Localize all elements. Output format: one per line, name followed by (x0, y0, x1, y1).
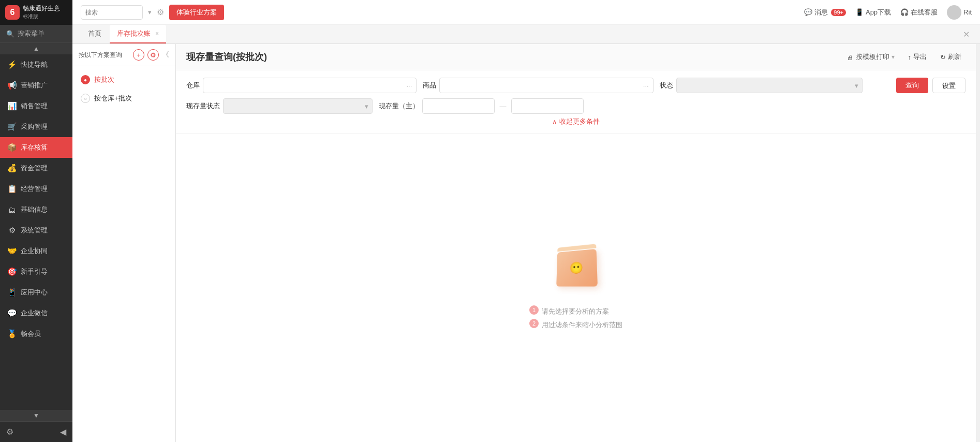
warehouse-input[interactable] (203, 82, 402, 90)
tab-inventory-batch-label: 库存批次账 (117, 29, 151, 38)
print-btn[interactable]: 🖨 按模板打印 ▾ (843, 50, 899, 64)
scheme-label-warehouse-batch: 按仓库+批次 (94, 94, 132, 103)
finance-icon: 💰 (7, 164, 17, 173)
username-label: Rit (963, 8, 972, 16)
user-avatar-btn[interactable]: Rit (947, 5, 972, 20)
scheme-item-warehouse-batch[interactable]: ○ 按仓库+批次 (72, 89, 175, 108)
sidebar-scroll-down[interactable]: ▼ (0, 410, 72, 421)
topbar-search-input[interactable] (81, 5, 143, 20)
topbar-dropdown-icon[interactable]: ▾ (148, 8, 152, 16)
export-btn-label: 导出 (913, 52, 927, 62)
refresh-btn[interactable]: ↻ 刷新 (936, 50, 966, 64)
search-menu[interactable]: 🔍 搜索菜单 (0, 25, 72, 43)
system-icon: ⚙ (7, 226, 17, 235)
topbar-right: 💬 消息 99+ 📱 App下载 🎧 在线客服 Rit (804, 5, 972, 20)
export-btn[interactable]: ↑ 导出 (904, 50, 931, 64)
tab-close-icon[interactable]: × (155, 30, 159, 37)
status-select[interactable] (676, 78, 863, 93)
filter-row-1: 仓库 ··· 商品 ··· 状态 (186, 78, 966, 93)
tabs-close-all-btn[interactable]: ✕ (961, 27, 972, 41)
app-download-btn[interactable]: 📱 App下载 (855, 8, 891, 17)
experience-btn[interactable]: 体验行业方案 (169, 5, 224, 20)
export-icon: ↑ (908, 53, 912, 61)
inventory-icon: 📦 (7, 143, 17, 152)
stock-status-label: 现存量状态 (186, 101, 220, 111)
main-container: ▾ ⚙ 体验行业方案 💬 消息 99+ 📱 App下载 🎧 在线客服 Rit (72, 0, 980, 442)
status-label: 状态 (660, 81, 673, 90)
collapse-label: 收起更多条件 (559, 117, 600, 126)
settings-icon[interactable]: ⚙ (6, 427, 13, 437)
message-badge: 99+ (831, 9, 846, 16)
qty-max-input[interactable] (511, 98, 584, 114)
filter-product: 商品 ··· (423, 78, 653, 93)
sidebar-item-label: 新手引导 (21, 267, 48, 276)
sidebar-item-inventory[interactable]: 📦 库存核算 (0, 137, 72, 158)
filter-qty-range: 现存量（主） — (379, 98, 586, 114)
scheme-item-batch[interactable]: ● 按批次 (72, 70, 175, 89)
filter-settings-btn[interactable]: 设置 (932, 78, 966, 93)
app-name: 畅康通好生意 (23, 5, 60, 13)
collapse-sidebar-icon[interactable]: ◀ (60, 427, 66, 437)
refresh-icon: ↻ (940, 53, 946, 61)
empty-tips: 1 请先选择要分析的方案 2 用过滤条件来缩小分析范围 (529, 305, 622, 332)
sidebar-scroll-up[interactable]: ▲ (0, 43, 72, 54)
query-btn[interactable]: 查询 (896, 78, 928, 93)
purchase-icon: 🛒 (7, 122, 17, 131)
collapse-more-btn[interactable]: ∧ 收起更多条件 (552, 117, 600, 126)
sidebar-item-member[interactable]: 🏅 畅会员 (0, 323, 72, 344)
quick-nav-icon: ⚡ (7, 60, 17, 69)
sidebar-item-quick-nav[interactable]: ⚡ 快捷导航 (0, 54, 72, 75)
empty-state: 😶 1 请先选择要分析的方案 2 用过滤条件来缩小分析范围 (176, 134, 976, 442)
sidebar-item-sales[interactable]: 📊 销售管理 (0, 96, 72, 116)
product-more-icon[interactable]: ··· (639, 82, 653, 90)
qty-separator: — (498, 102, 508, 110)
sidebar-item-enterprise[interactable]: 🤝 企业协同 (0, 241, 72, 261)
sidebar-item-system[interactable]: ⚙ 系统管理 (0, 220, 72, 241)
sidebar: 6 畅康通好生意 标准版 🔍 搜索菜单 ▲ ⚡ 快捷导航 📢 营销推广 📊 销售… (0, 0, 72, 442)
sidebar-item-newbie[interactable]: 🎯 新手引导 (0, 261, 72, 282)
warehouse-more-icon[interactable]: ··· (402, 82, 416, 90)
collapse-left-panel-btn[interactable]: 《 (162, 50, 169, 60)
tab-inventory-batch[interactable]: 库存批次账 × (110, 25, 166, 43)
refresh-btn-label: 刷新 (948, 52, 961, 62)
enterprise-icon: 🤝 (7, 246, 17, 256)
app-info: 畅康通好生意 标准版 (23, 5, 60, 20)
product-input[interactable] (440, 82, 639, 90)
marketing-icon: 📢 (7, 81, 17, 90)
sidebar-item-label: 基础信息 (21, 205, 48, 214)
print-dropdown-icon: ▾ (892, 53, 895, 61)
add-scheme-btn[interactable]: + (133, 49, 144, 61)
sidebar-item-app-center[interactable]: 📱 应用中心 (0, 282, 72, 303)
app-center-icon: 📱 (7, 288, 17, 297)
sidebar-item-label: 快捷导航 (21, 60, 48, 69)
scheme-dot-warehouse-batch: ○ (81, 94, 90, 103)
stock-status-select[interactable] (223, 98, 373, 114)
sidebar-item-label: 销售管理 (21, 101, 48, 111)
message-icon: 💬 (804, 8, 812, 16)
sidebar-item-operation[interactable]: 📋 经营管理 (0, 179, 72, 199)
empty-tip-2: 2 用过滤条件来缩小分析范围 (529, 318, 622, 332)
sidebar-item-basic[interactable]: 🗂 基础信息 (0, 199, 72, 220)
messages-btn[interactable]: 💬 消息 99+ (804, 8, 846, 17)
avatar (947, 5, 961, 20)
scheme-label-batch: 按批次 (94, 75, 114, 84)
sidebar-item-purchase[interactable]: 🛒 采购管理 (0, 116, 72, 137)
sidebar-item-label: 经营管理 (21, 184, 48, 194)
sidebar-item-marketing[interactable]: 📢 营销推广 (0, 75, 72, 96)
online-service-btn[interactable]: 🎧 在线客服 (900, 8, 938, 17)
sidebar-item-finance[interactable]: 💰 资金管理 (0, 158, 72, 179)
sidebar-item-label: 采购管理 (21, 122, 48, 131)
filter-stock-status: 现存量状态 ▾ (186, 98, 373, 114)
topbar-settings-icon[interactable]: ⚙ (157, 7, 164, 17)
app-download-label: App下载 (866, 8, 891, 17)
sidebar-item-wechat[interactable]: 💬 企业微信 (0, 303, 72, 323)
filter-row-2: 现存量状态 ▾ 现存量（主） — (186, 98, 966, 114)
status-select-wrapper: ▾ (676, 78, 863, 93)
qty-min-input[interactable] (422, 98, 495, 114)
filter-actions: 查询 设置 (896, 78, 966, 93)
right-scroll-track[interactable] (976, 44, 980, 442)
tab-home[interactable]: 首页 (81, 25, 109, 43)
sidebar-item-label: 企业协同 (21, 246, 48, 256)
filter-area: 仓库 ··· 商品 ··· 状态 (176, 70, 976, 134)
scheme-settings-btn[interactable]: ⚙ (147, 49, 159, 61)
